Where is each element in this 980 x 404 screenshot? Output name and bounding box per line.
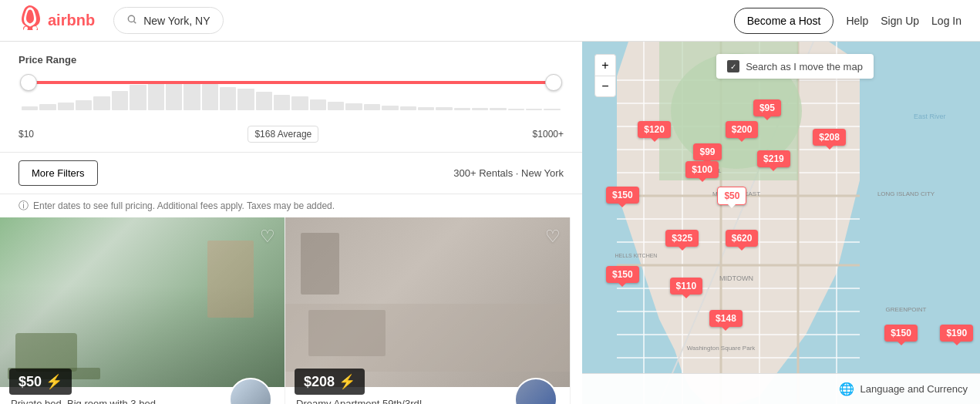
map-background: MIDTOWN MIDTOWN EAST HELLS KITCHEN Washi… xyxy=(582,42,980,404)
info-icon: ⓘ xyxy=(19,199,29,213)
slider-handle-max[interactable] xyxy=(545,74,562,91)
disclaimer: ⓘ Enter dates to see full pricing. Addit… xyxy=(0,194,582,217)
logo-text: airbnb xyxy=(48,12,95,29)
listing-price-2: $208 xyxy=(304,374,335,389)
wishlist-button-1[interactable]: ♡ xyxy=(260,227,275,247)
zoom-in-button[interactable]: + xyxy=(594,54,616,76)
language-currency-bar: 🌐 Language and Currency xyxy=(582,373,980,404)
listing-card-2[interactable]: ♡ $208 ⚡ Dreamy Apartment 59th/3rd! xyxy=(285,217,571,404)
logo[interactable]: airbnb xyxy=(19,5,95,35)
price-pin-8[interactable]: $50 xyxy=(717,187,746,205)
price-labels: $10 $168 Average $1000+ xyxy=(19,126,564,143)
left-panel: Price Range $10 $168 Average $1000+ xyxy=(0,42,582,404)
price-pin-1[interactable]: $120 xyxy=(638,121,671,138)
search-move-checkbox[interactable]: ✓ xyxy=(727,60,739,72)
signup-link[interactable]: Sign Up xyxy=(881,15,919,27)
lightning-icon-1: ⚡ xyxy=(45,374,62,389)
help-link[interactable]: Help xyxy=(846,15,868,27)
svg-text:MIDTOWN: MIDTOWN xyxy=(719,274,753,282)
header: airbnb New York, NY Become a Host Help S… xyxy=(0,0,980,42)
price-slider-container[interactable] xyxy=(19,81,564,120)
airbnb-logo-icon xyxy=(19,5,42,35)
map-svg: MIDTOWN MIDTOWN EAST HELLS KITCHEN Washi… xyxy=(582,42,980,404)
svg-rect-28 xyxy=(860,42,980,404)
search-bar[interactable]: New York, NY xyxy=(113,7,223,34)
checkmark-icon: ✓ xyxy=(730,62,736,71)
disclaimer-text: Enter dates to see full pricing. Additio… xyxy=(33,200,335,211)
login-link[interactable]: Log In xyxy=(931,15,961,27)
price-pin-9[interactable]: $325 xyxy=(665,230,699,247)
main-layout: Price Range $10 $168 Average $1000+ xyxy=(0,42,980,404)
price-avg: $168 Average xyxy=(248,126,318,143)
search-location-text: New York, NY xyxy=(143,15,210,27)
slider-track xyxy=(22,81,561,84)
search-move-box[interactable]: ✓ Search as I move the map xyxy=(716,54,874,79)
price-pin-7[interactable]: $150 xyxy=(606,187,639,204)
svg-text:GREENPOINT: GREENPOINT xyxy=(886,306,927,313)
lightning-icon-2: ⚡ xyxy=(338,374,355,389)
search-icon xyxy=(126,14,137,27)
slider-handle-min[interactable] xyxy=(20,74,37,91)
map-panel[interactable]: MIDTOWN MIDTOWN EAST HELLS KITCHEN Washi… xyxy=(582,42,980,404)
price-range-label: Price Range xyxy=(19,54,564,66)
language-currency-button[interactable]: 🌐 Language and Currency xyxy=(839,382,968,396)
listing-image-1 xyxy=(0,217,285,387)
listing-image-2 xyxy=(285,217,570,387)
price-pin-13[interactable]: $148 xyxy=(709,310,743,327)
price-pin-6[interactable]: $208 xyxy=(813,129,846,146)
listings-grid: ♡ $50 ⚡ Private bed, Big room with 3 bed… xyxy=(0,217,582,404)
svg-text:LONG ISLAND CITY: LONG ISLAND CITY xyxy=(877,190,935,197)
svg-text:HELLS KITCHEN: HELLS KITCHEN xyxy=(615,253,658,258)
listing-price-badge-2: $208 ⚡ xyxy=(295,369,365,395)
price-pin-11[interactable]: $150 xyxy=(606,266,639,283)
price-pin-3[interactable]: $99 xyxy=(693,143,721,160)
results-count: 300+ Rentals · New York xyxy=(453,167,564,179)
svg-text:Washington Square Park: Washington Square Park xyxy=(687,345,756,352)
price-min: $10 xyxy=(19,129,34,140)
price-range-section: Price Range $10 $168 Average $1000+ xyxy=(0,42,582,153)
price-pin-10[interactable]: $620 xyxy=(726,230,759,247)
globe-icon: 🌐 xyxy=(839,382,854,396)
wishlist-button-2[interactable]: ♡ xyxy=(545,227,561,247)
search-move-bar: ✓ Search as I move the map xyxy=(622,54,968,79)
map-controls: + − xyxy=(594,54,616,97)
results-count-text: 300+ Rentals · New York xyxy=(453,167,564,179)
search-move-label: Search as I move the map xyxy=(746,61,863,72)
price-pin-0[interactable]: $95 xyxy=(753,99,781,116)
filter-bar: More Filters 300+ Rentals · New York xyxy=(0,153,582,194)
price-pin-4[interactable]: $100 xyxy=(685,161,719,178)
listing-card-1[interactable]: ♡ $50 ⚡ Private bed, Big room with 3 bed… xyxy=(0,217,285,404)
price-pin-14[interactable]: $150 xyxy=(884,325,918,342)
header-right: Become a Host Help Sign Up Log In xyxy=(734,8,961,34)
slider-fill xyxy=(32,81,550,84)
price-pin-2[interactable]: $200 xyxy=(726,121,759,138)
svg-text:East River: East River xyxy=(914,113,946,120)
svg-point-0 xyxy=(128,15,134,22)
become-host-button[interactable]: Become a Host xyxy=(734,8,834,34)
price-pin-5[interactable]: $219 xyxy=(757,150,790,167)
price-histogram xyxy=(22,79,561,110)
price-max: $1000+ xyxy=(533,129,564,140)
price-pin-15[interactable]: $190 xyxy=(940,325,973,342)
more-filters-button[interactable]: More Filters xyxy=(19,160,98,186)
price-pin-12[interactable]: $110 xyxy=(670,278,703,295)
zoom-out-button[interactable]: − xyxy=(594,76,616,97)
listing-price-badge-1: $50 ⚡ xyxy=(9,369,72,395)
listing-price-1: $50 xyxy=(19,374,42,389)
language-currency-label: Language and Currency xyxy=(860,383,968,395)
